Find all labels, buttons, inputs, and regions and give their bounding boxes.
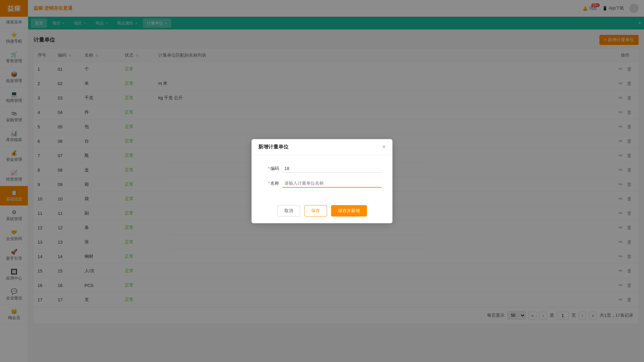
code-form-row: *编码 (262, 165, 382, 173)
name-required-mark: * (268, 181, 270, 186)
modal-overlay[interactable]: 新增计量单位 × *编码 *名称 取消 保存 保存并新增 (0, 0, 644, 362)
name-label: *名称 (262, 180, 279, 186)
save-button[interactable]: 保存 (304, 205, 327, 217)
modal-title: 新增计量单位 (258, 144, 288, 150)
modal-footer: 取消 保存 保存并新增 (252, 201, 392, 223)
cancel-button[interactable]: 取消 (277, 205, 300, 217)
add-unit-modal: 新增计量单位 × *编码 *名称 取消 保存 保存并新增 (252, 139, 392, 223)
code-label: *编码 (262, 166, 279, 172)
modal-close-button[interactable]: × (382, 144, 386, 150)
modal-body: *编码 *名称 (252, 155, 392, 201)
modal-header: 新增计量单位 × (252, 139, 392, 155)
name-input[interactable] (282, 179, 382, 188)
code-input[interactable] (282, 165, 382, 173)
name-form-row: *名称 (262, 179, 382, 188)
code-required-mark: * (268, 166, 270, 171)
save-and-new-button[interactable]: 保存并新增 (331, 205, 367, 217)
